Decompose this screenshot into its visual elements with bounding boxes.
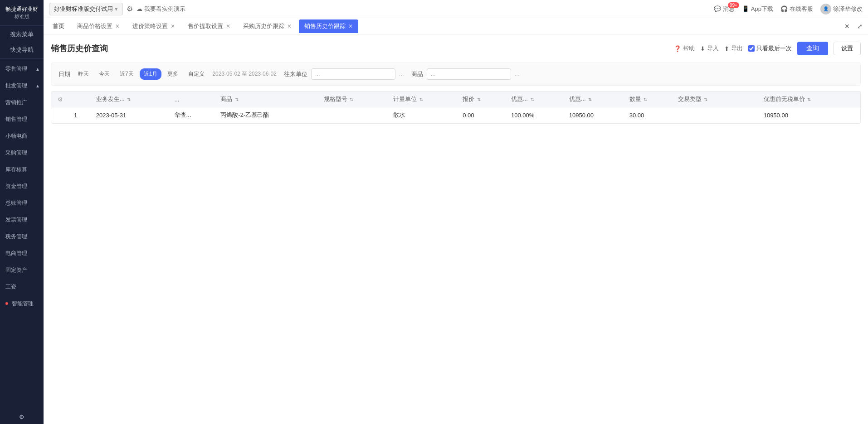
sidebar-item-label: 资金管理 [5, 183, 27, 190]
product-input[interactable] [427, 68, 511, 80]
demo-link[interactable]: ☁ 我要看实例演示 [137, 5, 185, 13]
topbar-settings-icon[interactable]: ⚙ [127, 5, 133, 13]
date-range-text: 2023-05-02 至 2023-06-02 [212, 70, 276, 78]
sort-icon: ⇅ [807, 97, 811, 102]
online-service-label: 在线客服 [790, 5, 813, 13]
message-button[interactable]: 💬 消息 99+ [714, 5, 735, 13]
close-icon[interactable]: ✕ [287, 23, 292, 29]
sidebar-item-fixed-assets[interactable]: 固定资产 [0, 262, 44, 279]
close-icon[interactable]: ✕ [115, 23, 120, 29]
date-btn-7days[interactable]: 近7天 [116, 68, 138, 80]
sort-icon: ⇅ [350, 97, 353, 102]
tab-label: 商品价格设置 [77, 22, 112, 30]
sidebar-item-tax[interactable]: 税务管理 [0, 228, 44, 245]
sidebar-item-label: 零售管理 [5, 65, 27, 73]
sidebar-item-marketing[interactable]: 营销推广 [0, 94, 44, 111]
col-settings[interactable]: ⚙ [51, 92, 69, 107]
sidebar-item-finance[interactable]: 资金管理 [0, 178, 44, 195]
sidebar-item-retail[interactable]: 零售管理 ▲ [0, 61, 44, 77]
tab-home[interactable]: 首页 [47, 19, 70, 33]
date-btn-custom[interactable]: 自定义 [184, 68, 209, 80]
product-filter-label: 商品 [411, 70, 423, 78]
sidebar-item-inventory[interactable]: 库存核算 [0, 161, 44, 178]
date-buttons: 昨天 今天 近7天 近1月 更多 自定义 [74, 68, 209, 80]
tab-purchase-strategy[interactable]: 进价策略设置 ✕ [127, 19, 180, 33]
sort-icon: ⇅ [644, 97, 647, 102]
sidebar-item-ecommerce[interactable]: 电商管理 [0, 245, 44, 262]
close-icon[interactable]: ✕ [171, 23, 175, 29]
sidebar-item-wholesale[interactable]: 批发管理 ▲ [0, 77, 44, 94]
only-last-checkbox[interactable] [748, 45, 755, 52]
sort-icon: ⇅ [704, 97, 707, 102]
sidebar-item-label: 批发管理 [5, 82, 27, 90]
date-btn-today[interactable]: 今天 [95, 68, 114, 80]
sidebar-item-invoice[interactable]: 发票管理 [0, 212, 44, 228]
tab-expand-button[interactable]: ⤢ [855, 21, 864, 32]
tab-label: 售价提取设置 [188, 22, 223, 30]
sidebar-search[interactable]: 搜索菜单 [0, 26, 44, 43]
row-settings [51, 107, 69, 123]
export-button[interactable]: ⬆ 导出 [724, 44, 743, 53]
content-area: 销售历史价查询 ❓ 帮助 ⬇ 导入 ⬆ 导出 只看最后一次 查询 [44, 34, 868, 424]
col-pretax-price[interactable]: 优惠前无税单价 ⇅ [759, 92, 860, 107]
sidebar-quick-nav[interactable]: 快捷导航 [0, 43, 44, 57]
tab-label: 进价策略设置 [132, 22, 168, 30]
sidebar-item-purchase[interactable]: 采购管理 [0, 145, 44, 161]
col-discount2[interactable]: 优惠... ⇅ [565, 92, 625, 107]
online-service-button[interactable]: 🎧 在线客服 [780, 5, 813, 13]
sidebar-item-smart[interactable]: 智能管理 [0, 295, 44, 312]
tab-purchase-history[interactable]: 采购历史价跟踪 ✕ [238, 19, 297, 33]
date-btn-yesterday[interactable]: 昨天 [74, 68, 93, 80]
version-selector-text: 好业财标准版交付试用 [54, 5, 113, 13]
smart-dot [5, 302, 8, 305]
sidebar-divider [0, 58, 44, 59]
date-filter-group: 日期 昨天 今天 近7天 近1月 更多 自定义 2023-05-02 至 202… [59, 68, 277, 80]
col-trade-type[interactable]: 交易类型 ⇅ [673, 92, 743, 107]
col-more[interactable]: ... [170, 92, 216, 107]
sidebar-item-ledger[interactable]: 总账管理 [0, 195, 44, 212]
sidebar-arrow: ▲ [35, 83, 40, 88]
sidebar-item-payroll[interactable]: 工资 [0, 279, 44, 295]
main-area: 好业财标准版交付试用 ▾ ⚙ ☁ 我要看实例演示 💬 消息 99+ 📱 App下… [44, 0, 868, 424]
query-button[interactable]: 查询 [797, 42, 828, 55]
col-unit[interactable]: 计量单位 ⇅ [389, 92, 458, 107]
sidebar-bottom-settings[interactable]: ⚙ [0, 410, 44, 424]
product-more-icon[interactable]: ... [515, 71, 520, 77]
row-quantity: 30.00 [625, 107, 673, 123]
supplier-input[interactable] [311, 68, 395, 80]
tab-price-extract[interactable]: 售价提取设置 ✕ [182, 19, 236, 33]
page-header: 销售历史价查询 ❓ 帮助 ⬇ 导入 ⬆ 导出 只看最后一次 查询 [51, 42, 861, 55]
sidebar-item-label: 采购管理 [5, 149, 27, 157]
col-quantity[interactable]: 数量 ⇅ [625, 92, 673, 107]
app-download-button[interactable]: 📱 App下载 [742, 5, 773, 13]
sidebar-item-sales[interactable]: 销售管理 [0, 111, 44, 128]
date-btn-1month[interactable]: 近1月 [140, 68, 162, 80]
help-button[interactable]: ❓ 帮助 [674, 44, 695, 53]
col-price[interactable]: 报价 ⇅ [458, 92, 507, 107]
sidebar-item-label: 工资 [5, 283, 16, 291]
col-product[interactable]: 商品 ⇅ [216, 92, 319, 107]
gear-icon[interactable]: ⚙ [58, 96, 63, 103]
user-menu[interactable]: 👤 徐泽华修改 [820, 4, 863, 14]
tab-product-price[interactable]: 商品价格设置 ✕ [72, 19, 125, 33]
only-last-checkbox-label[interactable]: 只看最后一次 [748, 44, 792, 53]
sidebar-item-ecommerce-small[interactable]: 小畅电商 [0, 128, 44, 145]
supplier-more-icon[interactable]: ... [399, 71, 404, 77]
col-biz-date[interactable]: 业务发生... ⇅ [92, 92, 170, 107]
col-spec[interactable]: 规格型号 ⇅ [319, 92, 389, 107]
col-discount1[interactable]: 优惠... ⇅ [507, 92, 565, 107]
tab-sales-history[interactable]: 销售历史价跟踪 ✕ [299, 19, 358, 33]
sort-icon: ⇅ [235, 97, 239, 102]
import-button[interactable]: ⬇ 导入 [700, 44, 719, 53]
tab-close-button[interactable]: ✕ [843, 21, 852, 32]
version-selector[interactable]: 好业财标准版交付试用 ▾ [49, 3, 123, 15]
sort-icon: ⇅ [419, 97, 423, 102]
topbar: 好业财标准版交付试用 ▾ ⚙ ☁ 我要看实例演示 💬 消息 99+ 📱 App下… [44, 0, 868, 18]
message-badge: 99+ [728, 2, 739, 8]
settings-button[interactable]: 设置 [834, 42, 861, 55]
close-icon[interactable]: ✕ [348, 23, 353, 29]
close-icon[interactable]: ✕ [226, 23, 230, 29]
row-trade-type [673, 107, 743, 123]
date-btn-more[interactable]: 更多 [163, 68, 182, 80]
app-download-label: App下载 [751, 5, 773, 13]
